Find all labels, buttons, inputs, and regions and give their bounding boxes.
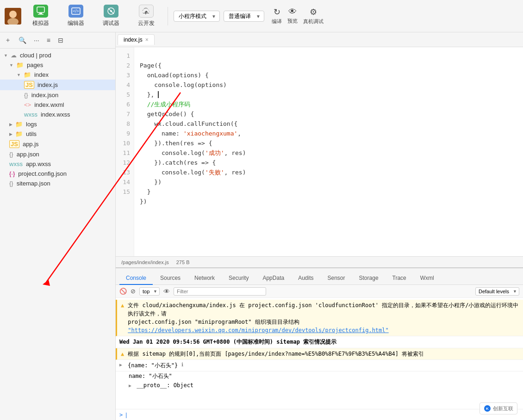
filter-input[interactable]	[174, 287, 266, 296]
console-message-sitemap: ▲ 根据 sitemap 的规则[0],当前页面 [pages/index/in…	[116, 348, 523, 360]
block-button[interactable]: ⊘	[131, 288, 136, 295]
console-message-obj: ▶ {name: "小石头"} ℹ	[116, 360, 523, 371]
sidebar-item-label: logs	[26, 121, 37, 128]
line-num-1: 1	[116, 51, 134, 61]
tab-console[interactable]: Console	[119, 272, 153, 285]
tab-label: index.js	[124, 37, 143, 43]
cloud-button[interactable]: 云开发	[131, 2, 162, 30]
console-caret: |	[125, 412, 127, 418]
context-select[interactable]: top	[139, 287, 160, 296]
refresh-button[interactable]: ↻ 编译	[272, 7, 282, 25]
console-link[interactable]: "https://developers.weixin.qq.com/minipr…	[128, 327, 389, 334]
sidebar-item-project-config[interactable]: {·} project.config.json	[0, 169, 115, 179]
expand-arrow[interactable]: ▶	[119, 361, 122, 370]
realdev-button[interactable]: ⚙ 真机调试	[303, 7, 324, 25]
json-icon: {}	[9, 180, 13, 187]
tab-trace[interactable]: Trace	[386, 272, 413, 285]
line-num-7: 7	[116, 109, 134, 119]
code-content[interactable]: Page({ onLoad(options) { console.log(opt…	[134, 47, 523, 256]
separator	[168, 7, 168, 25]
search-button[interactable]: 🔍	[18, 36, 27, 45]
console-message-warn-1: ▲ 文件 cloud/xiaochengxuma/index.js 在 proj…	[116, 300, 523, 336]
console-toolbar: 🚫 ⊘ top 👁 Default levels	[116, 285, 523, 298]
line-num-4: 4	[116, 80, 134, 90]
sidebar-item-pages[interactable]: ▼ 📁 pages	[0, 60, 115, 70]
tab-sources[interactable]: Sources	[154, 272, 187, 285]
cloud-label: 云开发	[138, 19, 155, 27]
svg-text:</>: </>	[73, 9, 79, 13]
console-obj-proto: ▶ __proto__: Object	[116, 381, 523, 389]
tab-appdata[interactable]: AppData	[256, 272, 291, 285]
sidebar-item-label: sitemap.json	[17, 180, 50, 187]
tab-audits[interactable]: Audits	[292, 272, 320, 285]
sidebar-item-cloud-prod[interactable]: ▼ ☁ cloud | prod	[0, 50, 115, 60]
console-message-text: 根据 sitemap 的规则[0],当前页面 [pages/index/inde…	[128, 350, 424, 358]
debugger-label: 调试器	[103, 19, 119, 27]
sidebar-item-label: index	[34, 71, 49, 78]
sort-button[interactable]: ≡	[46, 36, 51, 45]
folder-icon: 📁	[16, 62, 24, 68]
line-num-14: 14	[116, 177, 134, 187]
more-button[interactable]: ···	[33, 36, 40, 45]
file-path: /pages/index/index.js	[121, 259, 169, 265]
line-num-11: 11	[116, 148, 134, 158]
tab-storage[interactable]: Storage	[353, 272, 385, 285]
split-button[interactable]: ⊟	[57, 36, 64, 45]
folder-icon: 📁	[24, 71, 31, 78]
console-input-line: > |	[116, 409, 523, 420]
sidebar-item-utils[interactable]: ▶ 📁 utils	[0, 129, 115, 139]
wxml-icon: <>	[24, 101, 31, 108]
sidebar-item-app-wxss[interactable]: wxss app.wxss	[0, 159, 115, 169]
tab-close-button[interactable]: ×	[145, 37, 149, 43]
compile-select[interactable]: 普通编译	[224, 11, 264, 22]
sidebar-item-sitemap-json[interactable]: {} sitemap.json	[0, 179, 115, 188]
sidebar-item-label: index.wxss	[41, 111, 70, 118]
simulator-button[interactable]: 模拟器	[25, 2, 56, 30]
config-icon: {·}	[9, 170, 15, 177]
add-button[interactable]: ＋	[4, 35, 12, 45]
editor-label: 编辑器	[68, 19, 84, 27]
sidebar-item-index-wxss[interactable]: wxss index.wxss	[0, 110, 115, 119]
tab-security[interactable]: Security	[222, 272, 255, 285]
tab-wxml[interactable]: Wxml	[414, 272, 441, 285]
folder-icon: 📁	[15, 130, 23, 137]
sidebar-item-app-json[interactable]: {} app.json	[0, 149, 115, 159]
json-icon: {}	[24, 92, 28, 99]
json-icon: {}	[9, 151, 13, 158]
preview-label: 预览	[287, 18, 298, 25]
sidebar-item-index-folder[interactable]: ▼ 📁 index	[0, 70, 115, 80]
sidebar-item-label: app.json	[17, 151, 39, 158]
simulator-icon	[33, 5, 48, 18]
simulator-label: 模拟器	[32, 19, 49, 27]
preview-button[interactable]: 👁 预览	[287, 7, 298, 25]
code-editor[interactable]: 1 2 3 4 5 6 7 8 9 10 11 12 13 14 15 Page…	[116, 47, 523, 256]
sidebar-item-index-wxml[interactable]: <> index.wxml	[0, 100, 115, 110]
console-obj-name: name: "小石头"	[116, 371, 523, 381]
eye-button[interactable]: 👁	[163, 288, 170, 295]
line-numbers: 1 2 3 4 5 6 7 8 9 10 11 12 13 14 15	[116, 47, 134, 256]
sidebar-item-logs[interactable]: ▶ 📁 logs	[0, 119, 115, 129]
refresh-label: 编译	[272, 18, 282, 25]
expand-arrow: ▼	[4, 53, 8, 58]
sidebar: ＋ 🔍 ··· ≡ ⊟ ▼ ☁ cloud | prod ▼ 📁 pages ▼…	[0, 32, 116, 420]
watermark-icon: K	[484, 405, 491, 412]
preview-icon: 👁	[288, 7, 297, 17]
tab-sensor[interactable]: Sensor	[321, 272, 352, 285]
editor-tab-index-js[interactable]: index.js ×	[118, 34, 155, 45]
svg-point-10	[110, 10, 112, 12]
clear-console-button[interactable]: 🚫	[119, 288, 127, 295]
editor-button[interactable]: </> 编辑器	[60, 2, 92, 30]
debugger-button[interactable]: 调试器	[95, 2, 127, 30]
info-icon: ℹ	[181, 361, 183, 370]
expand-arrow[interactable]: ▶	[129, 383, 131, 388]
tab-network[interactable]: Network	[188, 272, 221, 285]
editor-area: index.js × 1 2 3 4 5 6 7 8 9 10 11 12 13…	[116, 32, 523, 420]
avatar	[5, 8, 21, 25]
sidebar-item-app-js[interactable]: JS app.js	[0, 139, 115, 149]
levels-select[interactable]: Default levels	[475, 287, 519, 296]
mode-select[interactable]: 小程序模式	[174, 11, 220, 22]
devtools-tabs: Console Sources Network Security AppData…	[116, 268, 523, 285]
sidebar-item-index-js[interactable]: JS index.js	[0, 80, 115, 90]
sidebar-item-index-json[interactable]: {} index.json	[0, 90, 115, 100]
folder-icon: 📁	[15, 121, 23, 128]
